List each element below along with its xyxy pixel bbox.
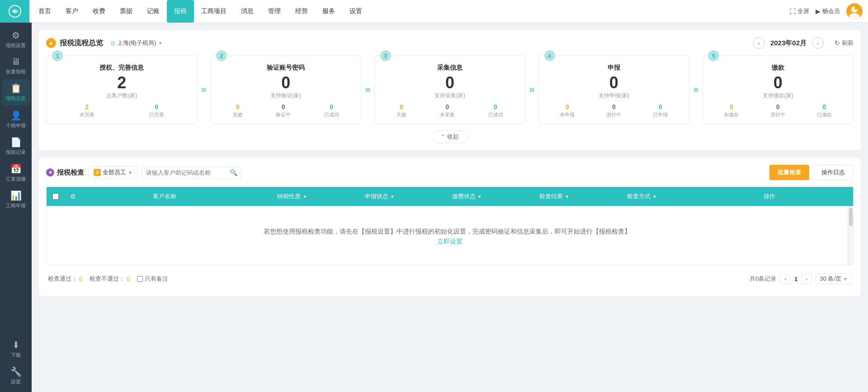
th-client-name: 客户名称 — [81, 192, 249, 201]
sidebar-item-tax-record[interactable]: 📄 报税记录 — [2, 133, 30, 159]
select-all-checkbox[interactable] — [52, 193, 59, 200]
sidebar-item-personal-tax[interactable]: 👤 个税申报 — [2, 106, 30, 132]
th-declare-status[interactable]: 申报状态 ▼ — [336, 192, 423, 201]
sidebar-item-annual-report[interactable]: 📊 工商年报 — [2, 186, 30, 212]
card-3-stat-2: 0 未采集 — [440, 103, 455, 118]
sidebar-item-settlement[interactable]: 📅 汇算清缴 — [2, 160, 30, 186]
flow-card-2: 2 验证账号密码 0 支持验证(家) 0 失败 0 验证中 — [210, 55, 362, 124]
logo[interactable] — [0, 0, 29, 23]
collapse-btn[interactable]: ⌃ 收起 — [431, 130, 468, 143]
layout: ⚙ 报税设置 🖥 批量报税 📋 报税总览 👤 个税申报 📄 报税记录 📅 汇算清… — [0, 23, 868, 392]
card-5-stat-2: 0 进行中 — [770, 103, 785, 118]
avatar-icon — [846, 3, 863, 19]
sidebar-label-download: 下载 — [11, 352, 21, 358]
card-2-stat-1: 0 失败 — [233, 103, 243, 118]
card-3-stat-1-label: 失败 — [396, 111, 406, 118]
settlement-icon: 📅 — [10, 163, 22, 174]
overview-header: + 报税流程总览 ⊙ 上海(电子税局) ▼ ‹ 2023年02月 › ↻ 刷新 — [46, 37, 854, 49]
note-checkbox[interactable] — [137, 276, 143, 282]
nav-item-invoice[interactable]: 票据 — [113, 0, 140, 23]
scrollbar-thumb[interactable] — [849, 208, 853, 226]
month-next-btn[interactable]: › — [812, 37, 824, 49]
refresh-icon: ↻ — [835, 39, 840, 47]
sidebar-item-config[interactable]: 🔧 设置 — [2, 363, 30, 388]
th-pay-status[interactable]: 缴费状态 ▼ — [423, 192, 510, 201]
card-1-title: 授权、完善信息 — [52, 64, 192, 72]
footer-note: 只有备注 — [137, 275, 168, 283]
th-gear[interactable]: ⚙ — [65, 193, 81, 200]
card-4-stat-1-value: 0 — [566, 103, 569, 110]
scrollbar[interactable] — [848, 206, 853, 265]
nav-item-operation[interactable]: 经营 — [288, 0, 315, 23]
card-2-stat-2-label: 验证中 — [276, 111, 291, 118]
card-1-stat-1-label: 未完善 — [80, 111, 94, 118]
pass-value[interactable]: 0 — [79, 276, 82, 282]
th-tax-nature[interactable]: 纳税性质 ▼ — [249, 192, 336, 201]
card-5-stat-2-label: 进行中 — [770, 111, 785, 118]
nav-item-tax[interactable]: 报税 — [167, 0, 194, 23]
card-5-subtitle: 支持缴款(家) — [708, 92, 848, 100]
card-4-title: 申报 — [544, 64, 684, 72]
membership-btn[interactable]: ▶ 畅会员 — [816, 7, 840, 15]
refresh-btn[interactable]: ↻ 刷新 — [835, 39, 854, 47]
th-checkbox[interactable] — [47, 193, 65, 200]
card-4-stat-1-label: 未申报 — [560, 111, 575, 118]
th-check-method[interactable]: 检查方式 ▼ — [598, 192, 685, 201]
nav-item-manage[interactable]: 管理 — [261, 0, 288, 23]
setup-link[interactable]: 立即设置 — [437, 238, 462, 246]
page-next-btn[interactable]: › — [801, 273, 812, 284]
collapse-row: ⌃ 收起 — [46, 124, 854, 143]
sidebar-item-tax-settings[interactable]: ⚙ 报税设置 — [2, 26, 30, 52]
step-badge-2: 2 — [216, 50, 227, 61]
sidebar-item-download[interactable]: ⬇ 下载 — [2, 336, 30, 362]
card-5-stat-2-value: 0 — [776, 103, 780, 110]
fullscreen-btn[interactable]: ⛶ 全屏 — [789, 7, 809, 15]
nav-item-accounting[interactable]: 记账 — [140, 0, 167, 23]
check-header: ✦ 报税检查 员 全部员工 ▼ 🔍 批量检查 操作日志 — [46, 165, 854, 180]
fullscreen-icon: ⛶ — [789, 8, 796, 15]
avatar[interactable] — [846, 3, 863, 19]
step-badge-3: 3 — [380, 50, 391, 61]
nav-item-home[interactable]: 首页 — [31, 0, 58, 23]
sidebar-label-tax-record: 报税记录 — [6, 149, 26, 155]
th-check-result[interactable]: 检查结果 ▼ — [511, 192, 598, 201]
month-prev-btn[interactable]: ‹ — [753, 37, 765, 49]
nav-item-message[interactable]: 消息 — [234, 0, 261, 23]
card-3-stat-3: 0 已成功 — [488, 103, 503, 118]
overview-title: 报税流程总览 — [60, 38, 103, 48]
search-btn[interactable]: 🔍 — [226, 167, 241, 178]
card-5-stats: 0 未缴款 0 进行中 0 已缴款 — [708, 103, 848, 118]
total-records: 共0条记录 — [750, 275, 776, 283]
card-2-stat-3-label: 已成功 — [324, 111, 339, 118]
search-input[interactable] — [142, 167, 226, 178]
fail-value[interactable]: 0 — [127, 276, 130, 282]
sidebar-item-overview[interactable]: 📋 报税总览 — [2, 79, 30, 105]
nav-item-client[interactable]: 客户 — [58, 0, 85, 23]
nav-item-service[interactable]: 服务 — [315, 0, 342, 23]
flow-card-5: 5 缴款 0 支持缴款(家) 0 未缴款 0 进行中 — [702, 55, 854, 124]
per-page-select[interactable]: 30 条/页 ▼ — [816, 273, 852, 284]
page-first-btn[interactable]: ‹ — [780, 273, 791, 284]
location-text: 上海(电子税局) — [117, 39, 156, 47]
footer-stats: 检查通过： 0 检查不通过： 0 只有备注 — [48, 275, 168, 283]
card-4-stats: 0 未申报 0 进行中 0 已申报 — [544, 103, 684, 118]
footer-fail: 检查不通过： 0 — [90, 275, 130, 283]
location-tag[interactable]: ⊙ 上海(电子税局) ▼ — [110, 39, 163, 47]
card-2-stats: 0 失败 0 验证中 0 已成功 — [216, 103, 356, 118]
nav-item-business[interactable]: 工商项目 — [194, 0, 234, 23]
operation-log-btn[interactable]: 操作日志 — [813, 165, 854, 180]
sidebar-item-batch-tax[interactable]: 🖥 批量报税 — [2, 53, 30, 78]
tax-settings-icon: ⚙ — [12, 30, 20, 41]
card-3-stat-2-label: 未采集 — [440, 111, 455, 118]
nav-item-settings[interactable]: 设置 — [342, 0, 369, 23]
step-badge-4: 4 — [544, 50, 555, 61]
card-1-stat-1-value: 2 — [85, 103, 89, 110]
per-page-chevron-icon: ▼ — [843, 277, 848, 282]
table-container: ⚙ 客户名称 纳税性质 ▼ 申报状态 ▼ 缴费状态 ▼ — [46, 186, 854, 265]
card-4-stat-3: 0 已申报 — [653, 103, 668, 118]
flow-arrow-1: » — [198, 55, 210, 124]
batch-check-btn[interactable]: 批量检查 — [769, 165, 809, 180]
staff-select[interactable]: 员 全部员工 ▼ — [89, 166, 137, 179]
card-2-count: 0 — [216, 75, 356, 91]
nav-item-fee[interactable]: 收费 — [85, 0, 113, 23]
